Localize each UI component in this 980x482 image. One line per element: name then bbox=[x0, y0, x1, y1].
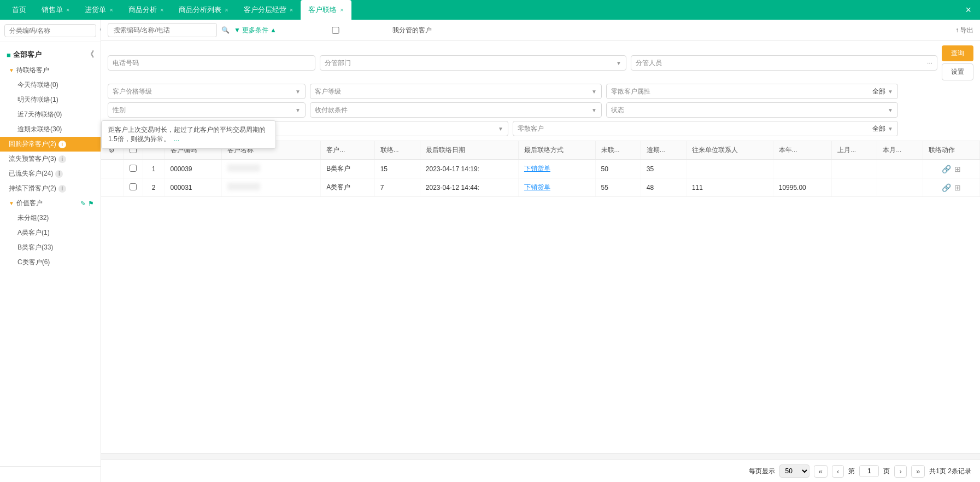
data-table: ⚙ 客户编码 客户名称 客户... 联络... 最后联络日期 最后联络方式 未联… bbox=[101, 141, 980, 197]
status-dropdown-icon: ▼ bbox=[888, 107, 893, 113]
per-page-select[interactable]: 10 20 50 100 bbox=[779, 464, 809, 478]
sidebar-item-c-class[interactable]: C类客户(6) bbox=[0, 255, 101, 270]
retail-attr-dropdown-icon: ▼ bbox=[888, 89, 893, 95]
row1-company-contact bbox=[686, 160, 773, 178]
sidebar-item-a-class[interactable]: A类客户(1) bbox=[0, 225, 101, 240]
table-row: 2 000031 A类客户 7 2023-04-12 14:44: 下销货单 5… bbox=[101, 178, 980, 197]
nav-product-analysis[interactable]: 商品分析 × bbox=[121, 0, 171, 20]
row1-grid-icon[interactable]: ⊞ bbox=[954, 165, 961, 173]
sidebar-item-declining[interactable]: 持续下滑客户(2) i bbox=[0, 181, 101, 196]
my-customers-checkbox-label[interactable]: 我分管的客户 bbox=[281, 26, 432, 35]
sidebar: 🔍 ■ 全部客户 《 ▼ 待联络客户 今天待联络(0) 明天待联络(1) 近7天… bbox=[0, 20, 101, 482]
nav-customer-segment[interactable]: 客户分层经营 × bbox=[236, 0, 301, 20]
sidebar-search-area: 🔍 bbox=[0, 20, 101, 42]
next-page-btn[interactable]: › bbox=[894, 465, 906, 478]
tooltip-popup: 距客户上次交易时长，超过了此客户的平均交易周期的1.5倍，则视为异常。 ... bbox=[101, 120, 276, 149]
col-header-overdue: 逾期... bbox=[641, 141, 686, 160]
filter-bar: 🔍 ▼ 更多条件 ▲ 我分管的客户 ↑ 导出 bbox=[101, 20, 980, 41]
row2-setting bbox=[101, 178, 123, 197]
row2-link-icon[interactable]: 🔗 bbox=[942, 183, 951, 192]
row1-contact: 15 bbox=[374, 160, 420, 178]
sidebar-item-b-class[interactable]: B类客户(33) bbox=[0, 240, 101, 255]
content-area: 🔍 ▼ 更多条件 ▲ 我分管的客户 ↑ 导出 电话号码 bbox=[101, 20, 980, 482]
first-page-btn[interactable]: « bbox=[814, 465, 828, 478]
nav-home[interactable]: 首页 bbox=[4, 0, 34, 20]
gender-field[interactable]: 性别 ▼ bbox=[108, 102, 306, 118]
sidebar-value-customer-group[interactable]: ▼ 价值客户 ✎ ⚑ bbox=[0, 196, 101, 211]
table-area: ⚙ 客户编码 客户名称 客户... 联络... 最后联络日期 最后联络方式 未联… bbox=[101, 141, 980, 453]
person-more-icon[interactable]: ··· bbox=[927, 59, 932, 67]
nav-customer-segment-close[interactable]: × bbox=[290, 7, 293, 13]
value-customer-edit-icon[interactable]: ✎ bbox=[80, 200, 86, 207]
page-input[interactable] bbox=[859, 465, 879, 477]
nav-customer-contact[interactable]: 客户联络 × bbox=[301, 0, 351, 20]
row1-checkbox[interactable] bbox=[130, 165, 137, 172]
row1-check[interactable] bbox=[123, 160, 143, 178]
nav-customer-contact-close[interactable]: × bbox=[340, 7, 343, 13]
row2-checkbox[interactable] bbox=[130, 183, 137, 190]
nav-product-analysis-list-close[interactable]: × bbox=[225, 7, 228, 13]
sidebar-item-abnormal-repurchase[interactable]: 回购异常客户(2) i bbox=[0, 137, 101, 152]
sidebar-item-lost[interactable]: 已流失客户(24) i bbox=[0, 166, 101, 181]
customer-level-field[interactable]: 客户等级 ▼ bbox=[310, 84, 602, 99]
main-layout: 🔍 ■ 全部客户 《 ▼ 待联络客户 今天待联络(0) 明天待联络(1) 近7天… bbox=[0, 20, 980, 482]
filter-search-icon[interactable]: 🔍 bbox=[221, 26, 230, 34]
more-conditions-btn[interactable]: ▼ 更多条件 ▲ bbox=[234, 26, 277, 35]
sidebar-group-pending[interactable]: ▼ 待联络客户 bbox=[0, 63, 101, 78]
prev-page-btn[interactable]: ‹ bbox=[832, 465, 844, 478]
nav-product-analysis-close[interactable]: × bbox=[160, 7, 163, 13]
col-header-this-month: 本月... bbox=[877, 141, 923, 160]
row2-this-month bbox=[877, 178, 923, 197]
retail-field[interactable]: 零散客户 全部 ▼ bbox=[513, 121, 898, 136]
row1-last-month bbox=[832, 160, 877, 178]
nav-sales-close[interactable]: × bbox=[66, 7, 69, 13]
nav-purchase[interactable]: 进货单 × bbox=[77, 0, 120, 20]
row1-setting bbox=[101, 160, 123, 178]
top-nav: 首页 销售单 × 进货单 × 商品分析 × 商品分析列表 × 客户分层经营 × … bbox=[0, 0, 980, 20]
row1-name bbox=[221, 160, 320, 178]
sidebar-item-overdue[interactable]: 逾期未联络(30) bbox=[0, 122, 101, 137]
person-field[interactable]: 分管人员 ··· bbox=[631, 55, 937, 71]
row2-contact: 7 bbox=[374, 178, 420, 197]
sidebar-tree: ■ 全部客户 《 ▼ 待联络客户 今天待联络(0) 明天待联络(1) 近7天待联… bbox=[0, 42, 101, 466]
sidebar-item-week[interactable]: 近7天待联络(0) bbox=[0, 107, 101, 122]
pay-condition-field[interactable]: 收付款条件 ▼ bbox=[310, 102, 602, 118]
value-customer-flag-icon[interactable]: ⚑ bbox=[88, 200, 94, 207]
sidebar-collapse-btn[interactable]: 《 bbox=[86, 50, 94, 60]
sidebar-item-today[interactable]: 今天待联络(0) bbox=[0, 78, 101, 92]
row2-num: 2 bbox=[143, 178, 165, 197]
nav-product-analysis-list[interactable]: 商品分析列表 × bbox=[171, 0, 236, 20]
row2-grid-icon[interactable]: ⊞ bbox=[954, 183, 961, 192]
price-level-field[interactable]: 客户价格等级 ▼ bbox=[108, 84, 306, 99]
sidebar-item-ungroup[interactable]: 未分组(32) bbox=[0, 211, 101, 225]
search-input[interactable] bbox=[108, 23, 217, 37]
my-customers-checkbox[interactable] bbox=[281, 27, 390, 34]
tooltip-more-dots[interactable]: ... bbox=[174, 135, 179, 143]
settings-btn[interactable]: 设置 bbox=[942, 63, 973, 80]
col-header-this-year: 本年... bbox=[773, 141, 831, 160]
sidebar-item-lost-pre[interactable]: 流失预警客户(3) i bbox=[0, 152, 101, 166]
row2-code: 000031 bbox=[165, 178, 221, 197]
phone-field[interactable]: 电话号码 bbox=[108, 55, 315, 71]
sidebar-search-input[interactable] bbox=[4, 24, 96, 37]
col-header-last-contact-date: 最后联络日期 bbox=[420, 141, 518, 160]
sidebar-item-tomorrow[interactable]: 明天待联络(1) bbox=[0, 92, 101, 107]
row2-check[interactable] bbox=[123, 178, 143, 197]
row1-link-icon[interactable]: 🔗 bbox=[942, 165, 951, 173]
row2-last-contact-date: 2023-04-12 14:44: bbox=[420, 178, 518, 197]
retail-dropdown-icon: ▼ bbox=[888, 126, 893, 132]
query-btn[interactable]: 查询 bbox=[942, 45, 973, 61]
row1-last-contact-method[interactable]: 下销货单 bbox=[518, 160, 595, 178]
nav-sales[interactable]: 销售单 × bbox=[34, 0, 77, 20]
row2-last-contact-method[interactable]: 下销货单 bbox=[518, 178, 595, 197]
nav-purchase-close[interactable]: × bbox=[109, 7, 113, 13]
pay-condition-dropdown-icon: ▼ bbox=[591, 107, 597, 113]
last-page-btn[interactable]: » bbox=[911, 465, 925, 478]
dept-field[interactable]: 分管部门 ▼ bbox=[320, 55, 626, 71]
page-unit: 页 bbox=[883, 467, 890, 476]
retail-attr-field[interactable]: 零散客户属性 全部 ▼ bbox=[606, 84, 898, 99]
export-btn[interactable]: ↑ 导出 bbox=[955, 26, 973, 35]
close-all-tabs[interactable]: × bbox=[961, 4, 976, 16]
bottom-scrollbar[interactable] bbox=[101, 453, 980, 460]
status-field[interactable]: 状态 ▼ bbox=[606, 102, 898, 118]
